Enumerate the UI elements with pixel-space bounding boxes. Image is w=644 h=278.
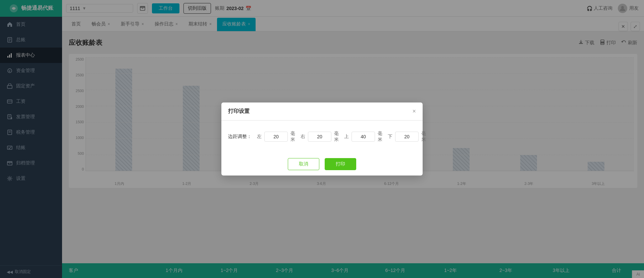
modal-overlay: 打印设置 × 边距调整： 左 毫米 右 毫米 上 毫米 bbox=[0, 0, 644, 278]
top-unit: 毫米 bbox=[378, 131, 382, 143]
print-settings-modal: 打印设置 × 边距调整： 左 毫米 右 毫米 上 毫米 bbox=[221, 102, 423, 176]
modal-body: 边距调整： 左 毫米 右 毫米 上 毫米 下 bbox=[221, 121, 423, 153]
top-label: 上 bbox=[344, 134, 349, 140]
left-unit: 毫米 bbox=[290, 131, 295, 143]
right-unit: 毫米 bbox=[334, 131, 339, 143]
margin-label: 边距调整： bbox=[228, 134, 252, 140]
modal-footer: 取消 打印 bbox=[221, 153, 423, 176]
modal-close-button[interactable]: × bbox=[412, 108, 416, 115]
right-label: 右 bbox=[301, 134, 305, 140]
bottom-margin-input[interactable] bbox=[395, 132, 419, 142]
bottom-unit: 毫米 bbox=[421, 131, 426, 143]
margin-form-row: 边距调整： 左 毫米 右 毫米 上 毫米 下 bbox=[228, 131, 416, 143]
left-label: 左 bbox=[257, 134, 262, 140]
modal-header: 打印设置 × bbox=[221, 102, 423, 121]
top-margin-input[interactable] bbox=[352, 132, 375, 142]
right-margin-group: 右 毫米 bbox=[301, 131, 339, 143]
bottom-margin-group: 下 毫米 bbox=[388, 131, 426, 143]
left-margin-input[interactable] bbox=[264, 132, 288, 142]
bottom-label: 下 bbox=[388, 134, 392, 140]
print-confirm-button[interactable]: 打印 bbox=[325, 158, 356, 170]
right-margin-input[interactable] bbox=[308, 132, 331, 142]
modal-title: 打印设置 bbox=[228, 108, 250, 115]
cancel-button[interactable]: 取消 bbox=[288, 158, 319, 170]
top-margin-group: 上 毫米 bbox=[344, 131, 382, 143]
left-margin-group: 左 毫米 bbox=[257, 131, 295, 143]
